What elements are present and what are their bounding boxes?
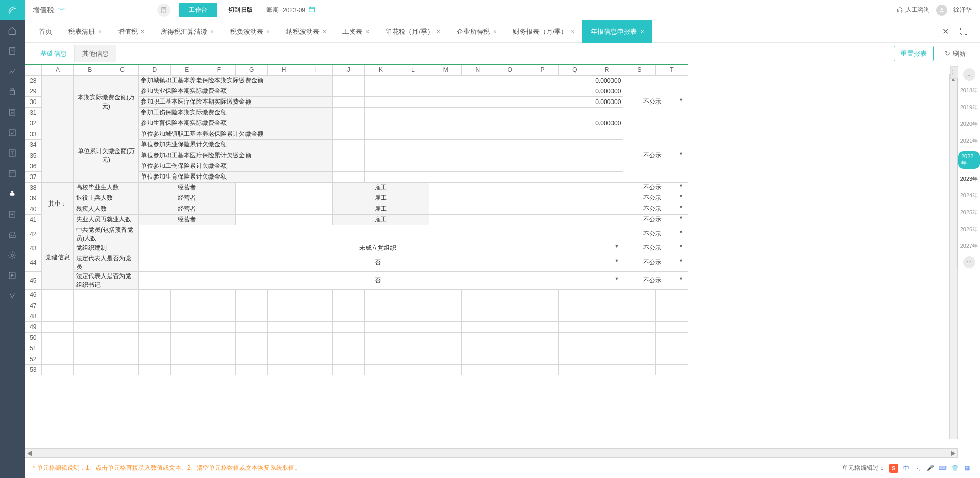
- cell[interactable]: [332, 171, 364, 182]
- cell[interactable]: [526, 289, 558, 300]
- cell[interactable]: [235, 332, 267, 343]
- col-header[interactable]: I: [300, 65, 332, 75]
- cell[interactable]: [203, 332, 235, 343]
- cell[interactable]: [526, 343, 558, 354]
- cell[interactable]: [591, 332, 623, 343]
- cell[interactable]: [494, 300, 526, 311]
- year-item[interactable]: 2019年: [959, 100, 979, 114]
- ime-logo-icon[interactable]: S: [889, 464, 898, 473]
- cell[interactable]: [429, 343, 461, 354]
- scroll-right-icon[interactable]: ▶: [949, 449, 957, 457]
- col-header[interactable]: P: [526, 65, 558, 75]
- cell[interactable]: [267, 289, 300, 300]
- cell[interactable]: [74, 332, 106, 343]
- cell[interactable]: [235, 182, 332, 193]
- cell[interactable]: [170, 354, 203, 364]
- cell[interactable]: [41, 300, 74, 311]
- publish-select[interactable]: 不公示: [623, 214, 688, 225]
- cell[interactable]: [364, 139, 623, 150]
- cell[interactable]: [558, 300, 591, 311]
- tab-close-icon[interactable]: ×: [98, 28, 102, 35]
- col-header[interactable]: L: [397, 65, 429, 75]
- cell[interactable]: [591, 354, 623, 364]
- row-value-select[interactable]: 否: [138, 271, 623, 289]
- cell[interactable]: [364, 171, 623, 182]
- cell[interactable]: [429, 300, 461, 311]
- col-header[interactable]: B: [74, 65, 106, 75]
- refresh-button[interactable]: ↻ 刷新: [939, 46, 972, 61]
- cell[interactable]: [332, 300, 364, 311]
- cell[interactable]: [138, 343, 170, 354]
- cell[interactable]: [300, 364, 332, 375]
- ime-skin-icon[interactable]: 👕: [950, 464, 960, 473]
- cell[interactable]: [332, 86, 364, 96]
- row-header[interactable]: 35: [25, 150, 42, 161]
- tab-10[interactable]: 年报信息申报表×: [582, 20, 652, 43]
- cell[interactable]: [235, 204, 332, 214]
- year-item[interactable]: 2023年: [959, 172, 979, 186]
- cell[interactable]: [74, 354, 106, 364]
- cell[interactable]: [591, 343, 623, 354]
- nav-settings[interactable]: [0, 245, 24, 265]
- nav-calendar[interactable]: [0, 163, 24, 184]
- nav-doc[interactable]: [0, 41, 24, 61]
- cell[interactable]: [170, 332, 203, 343]
- cell[interactable]: [429, 321, 461, 332]
- row-header[interactable]: 51: [25, 343, 42, 354]
- year-item[interactable]: 2022年: [958, 151, 980, 169]
- row-value[interactable]: 0.000000: [364, 86, 623, 96]
- year-item[interactable]: 2027年: [959, 239, 979, 253]
- cell[interactable]: [429, 204, 623, 214]
- cell[interactable]: [203, 321, 235, 332]
- cell[interactable]: [138, 321, 170, 332]
- row-value[interactable]: 0.000000: [364, 75, 623, 86]
- tab-close-icon[interactable]: ×: [640, 28, 644, 35]
- cell[interactable]: [203, 364, 235, 375]
- col-header[interactable]: C: [106, 65, 138, 75]
- tab-0[interactable]: 首页: [31, 20, 60, 43]
- cell[interactable]: [494, 321, 526, 332]
- tab-close-icon[interactable]: ×: [571, 28, 574, 35]
- cell[interactable]: [461, 289, 494, 300]
- cell[interactable]: [235, 364, 267, 375]
- row-header[interactable]: 44: [25, 254, 42, 271]
- subtab-other[interactable]: 其他信息: [75, 45, 116, 62]
- cell[interactable]: [41, 311, 74, 321]
- cell[interactable]: [74, 311, 106, 321]
- cell[interactable]: [429, 193, 623, 204]
- col-header[interactable]: S: [623, 65, 655, 75]
- cell[interactable]: [623, 321, 655, 332]
- year-panel-collapse[interactable]: 〉: [950, 66, 958, 79]
- cell[interactable]: [397, 289, 429, 300]
- cell[interactable]: [332, 150, 364, 161]
- nav-list[interactable]: [0, 102, 24, 122]
- nav-play[interactable]: [0, 265, 24, 286]
- cell[interactable]: [203, 289, 235, 300]
- cell[interactable]: [74, 364, 106, 375]
- spreadsheet[interactable]: ABCDEFGHIJKLMNOPQRST 28本期实际缴费金额(万元)参加城镇职…: [24, 64, 688, 375]
- cell[interactable]: [494, 289, 526, 300]
- cell[interactable]: [332, 332, 364, 343]
- year-item[interactable]: 2024年: [959, 189, 979, 203]
- cell[interactable]: [526, 332, 558, 343]
- cell[interactable]: [235, 214, 332, 225]
- col-header[interactable]: E: [170, 65, 203, 75]
- cell[interactable]: [397, 332, 429, 343]
- year-item[interactable]: 2026年: [959, 222, 979, 236]
- cell[interactable]: [235, 354, 267, 364]
- cell[interactable]: [138, 300, 170, 311]
- cell[interactable]: [429, 311, 461, 321]
- cell[interactable]: [429, 354, 461, 364]
- switch-old-button[interactable]: 切到旧版: [223, 3, 258, 17]
- cell[interactable]: [397, 343, 429, 354]
- cell[interactable]: [655, 321, 688, 332]
- cell[interactable]: [41, 343, 74, 354]
- cell[interactable]: [332, 343, 364, 354]
- cell[interactable]: [623, 300, 655, 311]
- cell[interactable]: [235, 193, 332, 204]
- cell[interactable]: [332, 139, 364, 150]
- cell[interactable]: [267, 311, 300, 321]
- row-header[interactable]: 30: [25, 96, 42, 107]
- cell[interactable]: [138, 311, 170, 321]
- cell[interactable]: [364, 354, 397, 364]
